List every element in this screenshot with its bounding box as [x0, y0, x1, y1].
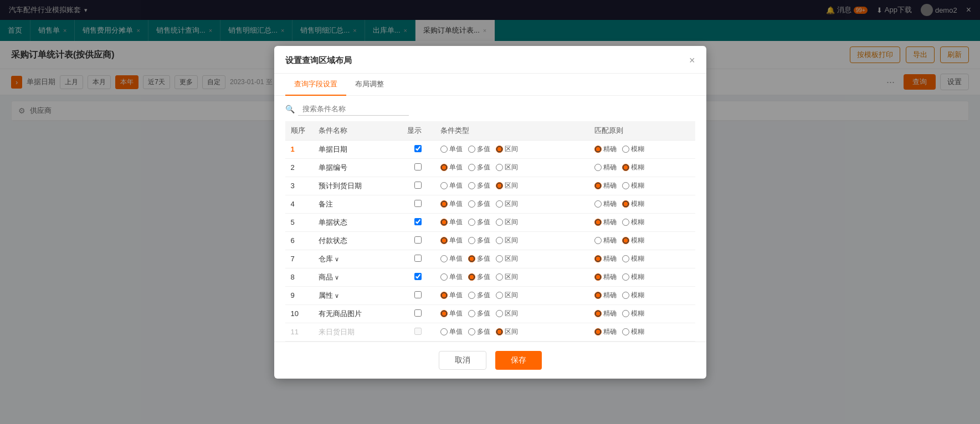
- search-icon: 🔍: [285, 105, 295, 113]
- modal-close-button[interactable]: ×: [689, 55, 695, 66]
- search-input[interactable]: [298, 102, 409, 116]
- modal-dialog: 设置查询区域布局 × 查询字段设置 布局调整 🔍 顺序 条件名称: [274, 46, 706, 127]
- modal-table: 顺序 条件名称 显示 条件类型 匹配原则 1单据日期单值多值区间精确模糊2单据编…: [274, 121, 706, 127]
- modal-tabs: 查询字段设置 布局调整: [274, 74, 706, 96]
- col-type: 条件类型: [435, 121, 589, 127]
- col-name: 条件名称: [313, 121, 402, 127]
- col-order: 顺序: [285, 121, 313, 127]
- col-display: 显示: [402, 121, 435, 127]
- tab-layout-adjust[interactable]: 布局调整: [346, 74, 393, 96]
- tab-query-fields[interactable]: 查询字段设置: [285, 74, 346, 96]
- modal-overlay: 设置查询区域布局 × 查询字段设置 布局调整 🔍 顺序 条件名称: [0, 0, 980, 127]
- modal-search-area: 🔍: [274, 96, 706, 116]
- modal-header: 设置查询区域布局 ×: [274, 46, 706, 74]
- col-match: 匹配原则: [589, 121, 695, 127]
- modal-title: 设置查询区域布局: [285, 55, 352, 66]
